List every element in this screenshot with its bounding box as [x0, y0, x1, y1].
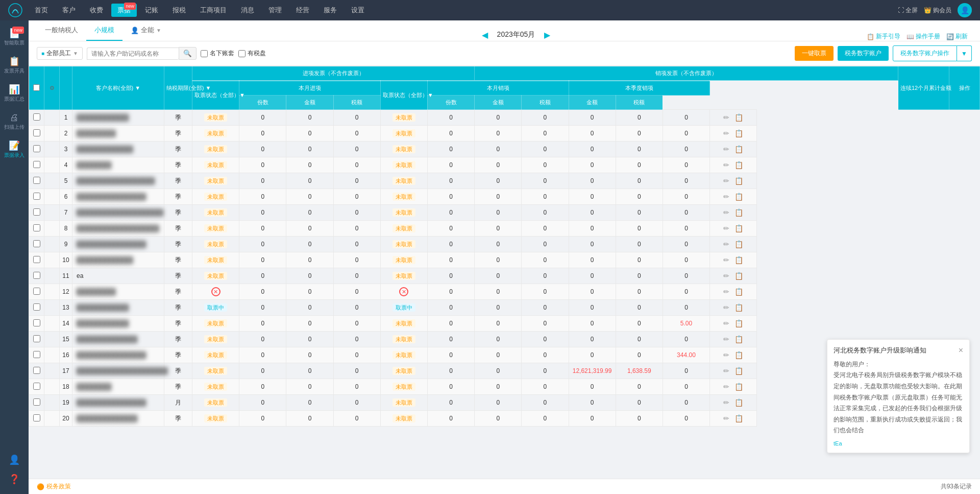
row-checkbox-cell[interactable] [29, 379, 44, 395]
row-out-status[interactable]: 取票中 [380, 300, 427, 316]
row-out-status[interactable]: 未取票 [380, 126, 427, 142]
row-in-status[interactable]: 未取票 [192, 363, 239, 379]
row-edit-btn[interactable]: ✏ [722, 192, 731, 202]
row-customer-name[interactable]: █████████████ [72, 142, 164, 157]
row-in-status[interactable]: 未取票 [192, 189, 239, 205]
row-copy-btn[interactable]: 📋 [733, 223, 745, 233]
row-in-status[interactable]: 未取票 [192, 316, 239, 332]
row-checkbox-cell[interactable] [29, 411, 44, 427]
refresh-link[interactable]: 🔄 刷新 [946, 32, 968, 41]
row-copy-btn[interactable]: 📋 [733, 413, 745, 424]
th-tax-period[interactable]: 纳税期限(全部) ▼ [164, 66, 192, 110]
tab-all[interactable]: 👤 全能 ▼ [122, 20, 169, 41]
row-edit-btn[interactable]: ✏ [722, 112, 731, 123]
row-edit-btn[interactable]: ✏ [722, 350, 731, 360]
row-copy-btn[interactable]: 📋 [733, 255, 745, 265]
row-select-checkbox[interactable] [33, 256, 40, 263]
nav-item-business2[interactable]: 经营 [290, 4, 315, 17]
sidebar-item-summary[interactable]: 📊 票据汇总 [2, 81, 27, 107]
nav-item-service[interactable]: 服务 [317, 4, 343, 17]
row-edit-btn[interactable]: ✏ [722, 223, 731, 233]
row-select-checkbox[interactable] [33, 398, 40, 406]
sidebar-item-openinvoice[interactable]: 📋 发票开具 [2, 53, 27, 79]
row-edit-btn[interactable]: ✏ [722, 287, 731, 297]
row-customer-name[interactable]: ██████████████ [72, 411, 164, 427]
row-checkbox-cell[interactable] [29, 237, 44, 252]
row-select-checkbox[interactable] [33, 319, 40, 326]
nav-item-invoice[interactable]: 票据 new [111, 4, 137, 17]
row-customer-name[interactable]: ████████ [72, 157, 164, 173]
row-in-status[interactable]: ✕ [192, 284, 239, 300]
row-checkbox-cell[interactable] [29, 189, 44, 205]
row-out-status[interactable]: 未取票 [380, 189, 427, 205]
row-in-status[interactable]: 未取票 [192, 252, 239, 268]
row-in-status[interactable]: 未取票 [192, 411, 239, 427]
row-in-status[interactable]: 未取票 [192, 126, 239, 142]
sidebar-item-entry[interactable]: 📝 票据录入 [2, 137, 27, 163]
row-copy-btn[interactable]: 📋 [733, 112, 745, 123]
row-select-checkbox[interactable] [33, 193, 40, 200]
row-out-status[interactable]: 未取票 [380, 268, 427, 284]
row-checkbox-cell[interactable] [29, 332, 44, 347]
row-customer-name[interactable]: ████████████████ [72, 237, 164, 252]
row-in-status[interactable]: 未取票 [192, 379, 239, 395]
column-settings-icon[interactable]: ⚙ [50, 85, 55, 91]
row-out-status[interactable]: 未取票 [380, 395, 427, 411]
row-checkbox-cell[interactable] [29, 157, 44, 173]
row-checkbox-cell[interactable] [29, 110, 44, 126]
row-select-checkbox[interactable] [33, 177, 40, 184]
employee-filter[interactable]: ■ 全部员工 ▼ [37, 47, 83, 60]
row-checkbox-cell[interactable] [29, 284, 44, 300]
row-copy-btn[interactable]: 📋 [733, 271, 745, 281]
row-customer-name[interactable]: ████████████ [72, 316, 164, 332]
nav-item-accounting[interactable]: 记账 [139, 4, 164, 17]
user-avatar[interactable]: 👤 [958, 3, 972, 17]
row-customer-name[interactable]: ████████████ [72, 300, 164, 316]
nav-item-message[interactable]: 消息 [235, 4, 260, 17]
row-checkbox-cell[interactable] [29, 347, 44, 363]
search-button[interactable]: 🔍 [179, 47, 197, 60]
row-in-status[interactable]: 未取票 [192, 395, 239, 411]
row-copy-btn[interactable]: 📋 [733, 334, 745, 344]
row-customer-name[interactable]: ██████████████████ [72, 173, 164, 189]
nav-item-tax[interactable]: 报税 [166, 4, 192, 17]
nav-item-customer[interactable]: 客户 [56, 4, 82, 17]
row-copy-btn[interactable]: 📋 [733, 176, 745, 186]
row-out-status[interactable]: 未取票 [380, 316, 427, 332]
row-edit-btn[interactable]: ✏ [722, 366, 731, 376]
row-checkbox-cell[interactable] [29, 395, 44, 411]
sidebar-item-help[interactable]: ❓ [2, 471, 27, 488]
notification-close-btn[interactable]: × [959, 346, 963, 355]
sidebar-item-scan[interactable]: 🖨 扫描上传 [2, 109, 27, 135]
row-edit-btn[interactable]: ✏ [722, 144, 731, 154]
row-checkbox-cell[interactable] [29, 142, 44, 157]
row-customer-name[interactable]: █████████ [72, 126, 164, 142]
row-customer-name[interactable]: ████████ [72, 379, 164, 395]
row-customer-name[interactable]: ████████████████ [72, 189, 164, 205]
nav-item-business[interactable]: 工商项目 [194, 4, 233, 17]
row-select-checkbox[interactable] [33, 383, 40, 390]
row-out-status[interactable]: 未取票 [380, 379, 427, 395]
row-copy-btn[interactable]: 📋 [733, 192, 745, 202]
row-in-status[interactable]: 未取票 [192, 173, 239, 189]
th-out-ticket-status[interactable]: 取票状态（全部）▼ [380, 81, 427, 110]
row-edit-btn[interactable]: ✏ [722, 207, 731, 218]
row-out-status[interactable]: 未取票 [380, 205, 427, 221]
row-select-checkbox[interactable] [33, 303, 40, 311]
row-out-status[interactable]: 未取票 [380, 142, 427, 157]
row-copy-btn[interactable]: 📋 [733, 397, 745, 408]
nav-item-admin[interactable]: 管理 [262, 4, 288, 17]
row-checkbox-cell[interactable] [29, 126, 44, 142]
row-select-checkbox[interactable] [33, 240, 40, 247]
row-copy-btn[interactable]: 📋 [733, 160, 745, 170]
row-copy-btn[interactable]: 📋 [733, 318, 745, 328]
row-customer-name[interactable]: ████████████ [72, 110, 164, 126]
row-select-checkbox[interactable] [33, 351, 40, 358]
row-edit-btn[interactable]: ✏ [722, 413, 731, 424]
row-edit-btn[interactable]: ✏ [722, 382, 731, 392]
row-customer-name[interactable]: ea [72, 268, 164, 284]
row-customer-name[interactable]: █████████████ [72, 252, 164, 268]
app-logo[interactable] [8, 3, 22, 17]
row-select-checkbox[interactable] [33, 288, 40, 295]
row-select-checkbox[interactable] [33, 208, 40, 216]
